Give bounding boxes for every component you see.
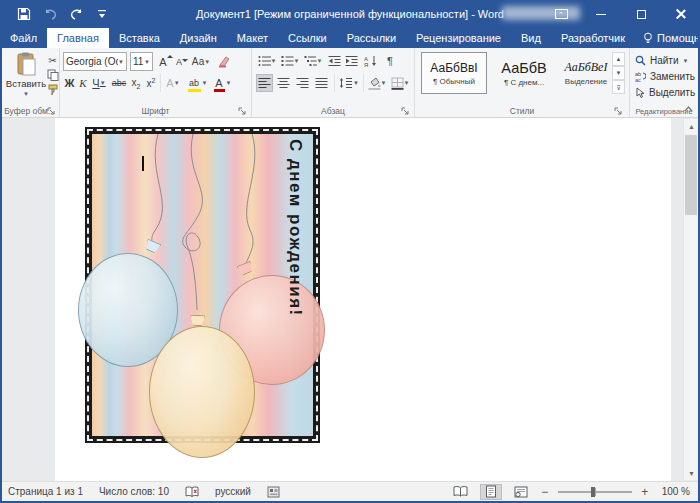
clear-formatting-button[interactable] xyxy=(216,52,232,71)
zoom-slider[interactable] xyxy=(558,491,632,493)
shading-button[interactable]: ▼ xyxy=(366,74,388,92)
underline-button[interactable]: Ч▼ xyxy=(90,74,108,92)
style-emphasis[interactable]: АаБбВеI Выделение xyxy=(559,52,613,94)
zoom-slider-thumb[interactable] xyxy=(591,487,595,497)
styles-scroll-down[interactable]: ▼ xyxy=(612,66,625,80)
proofing-status[interactable] xyxy=(177,486,207,498)
style-birthday-preview: АаБбВ xyxy=(501,60,546,76)
style-birthday[interactable]: АаБбВ ¶ С днем... xyxy=(491,52,557,94)
replace-button[interactable]: abac Заменить xyxy=(635,69,695,84)
document-page[interactable]: С днем рождения! xyxy=(55,118,671,481)
read-mode-button[interactable] xyxy=(450,484,472,500)
strikethrough-button[interactable]: abc xyxy=(110,74,128,92)
copy-button[interactable] xyxy=(45,68,60,82)
tab-file[interactable]: Файл xyxy=(0,28,47,48)
styles-dialog-launcher[interactable] xyxy=(613,106,623,116)
clipboard-group: Вставить ▼ ✂ Буфер обм... xyxy=(0,48,60,118)
numbering-button[interactable]: ▼ xyxy=(279,52,301,70)
change-case-icon: Аа xyxy=(192,56,204,67)
increase-indent-button[interactable] xyxy=(343,52,359,70)
tell-me-label: Помощн xyxy=(657,32,700,44)
align-left-button[interactable] xyxy=(256,74,273,92)
zoom-in-button[interactable]: + xyxy=(640,485,650,499)
tab-mailings[interactable]: Рассылки xyxy=(337,28,406,48)
text-effects-icon: А xyxy=(166,77,173,89)
minimize-button[interactable] xyxy=(590,4,612,24)
svg-text:Я: Я xyxy=(364,62,368,67)
select-button[interactable]: Выделить ▼ xyxy=(635,85,700,100)
macro-recorder[interactable] xyxy=(259,486,288,498)
collapse-ribbon-button[interactable] xyxy=(682,104,694,114)
italic-button[interactable]: К xyxy=(77,74,89,92)
scroll-up-button[interactable]: ▲ xyxy=(684,119,699,133)
vertical-scrollbar[interactable]: ▲ ▼ xyxy=(683,119,698,480)
font-color-button[interactable]: А ▼ xyxy=(211,74,233,92)
customize-qat-button[interactable] xyxy=(94,6,110,22)
tab-home[interactable]: Главная xyxy=(47,28,109,48)
font-size-value: 11 xyxy=(133,56,143,67)
decrease-indent-button[interactable] xyxy=(326,52,342,70)
line-spacing-button[interactable]: ▼ xyxy=(337,74,361,92)
sort-button[interactable]: АЯ xyxy=(362,52,380,70)
print-layout-button[interactable] xyxy=(480,484,502,500)
grow-font-button[interactable]: А xyxy=(156,52,170,71)
svg-text:ac: ac xyxy=(635,77,641,82)
justify-button[interactable] xyxy=(313,74,330,92)
format-painter-button[interactable] xyxy=(45,83,60,97)
bold-icon: Ж xyxy=(65,77,75,89)
status-bar: Страница 1 из 1 Число слов: 10 русский − xyxy=(0,481,700,503)
scrollbar-thumb[interactable] xyxy=(685,135,697,215)
styles-gallery-more[interactable]: ⊽ xyxy=(612,80,625,94)
font-dialog-launcher[interactable] xyxy=(237,106,247,116)
ribbon-display-options-button[interactable]: ⌃ xyxy=(550,4,572,24)
paragraph-dialog-launcher[interactable] xyxy=(400,106,410,116)
language-indicator[interactable]: русский xyxy=(207,486,259,497)
scroll-down-button[interactable]: ▼ xyxy=(684,466,699,480)
zoom-out-button[interactable]: − xyxy=(540,485,550,499)
bold-button[interactable]: Ж xyxy=(63,74,76,92)
tab-review[interactable]: Рецензирование xyxy=(406,28,511,48)
tab-developer[interactable]: Разработчик xyxy=(551,28,635,48)
tab-design[interactable]: Дизайн xyxy=(170,28,227,48)
multilevel-list-button[interactable]: ▼ xyxy=(302,52,324,70)
word-count[interactable]: Число слов: 10 xyxy=(91,486,177,497)
change-case-button[interactable]: Аа▼ xyxy=(190,52,212,71)
borders-button[interactable]: ▼ xyxy=(389,74,411,92)
styles-scroll-up[interactable]: ▲ xyxy=(612,52,625,66)
page-count[interactable]: Страница 1 из 1 xyxy=(0,486,91,497)
style-normal-preview: АаБбВвI xyxy=(430,61,477,75)
find-button[interactable]: Найти ▼ xyxy=(635,53,689,68)
macro-record-icon xyxy=(267,486,280,498)
web-layout-button[interactable] xyxy=(510,484,532,500)
show-marks-button[interactable]: ¶ xyxy=(382,52,398,70)
qat-menu-icon xyxy=(97,9,107,19)
text-effects-button[interactable]: А▼ xyxy=(163,74,183,92)
birthday-card-image[interactable]: С днем рождения! xyxy=(85,127,320,443)
paste-button[interactable]: Вставить ▼ xyxy=(5,52,47,110)
close-button[interactable] xyxy=(670,4,692,24)
tell-me-box[interactable]: Помощн xyxy=(635,28,700,48)
save-button[interactable] xyxy=(16,6,32,22)
chevron-up-icon xyxy=(684,106,693,112)
cut-button[interactable]: ✂ xyxy=(45,53,60,67)
tab-layout[interactable]: Макет xyxy=(227,28,278,48)
subscript-button[interactable]: х2 xyxy=(129,74,143,92)
style-normal[interactable]: АаБбВвI ¶ Обычный xyxy=(421,52,487,94)
undo-button[interactable] xyxy=(42,6,58,22)
font-size-combo[interactable]: 11 ▼ xyxy=(130,52,153,71)
zoom-level[interactable]: 100 % xyxy=(658,486,690,497)
maximize-button[interactable] xyxy=(630,4,652,24)
tab-references[interactable]: Ссылки xyxy=(278,28,337,48)
redo-button[interactable] xyxy=(68,6,84,22)
font-family-combo[interactable]: Georgia (Ос ▼ xyxy=(63,52,127,71)
shrink-font-button[interactable]: А xyxy=(172,52,186,71)
tab-insert[interactable]: Вставка xyxy=(109,28,170,48)
shrink-font-icon: А xyxy=(176,57,182,67)
highlight-color-button[interactable]: ab ▼ xyxy=(185,74,209,92)
align-right-button[interactable] xyxy=(294,74,311,92)
bullets-button[interactable]: ▼ xyxy=(256,52,278,70)
tab-view[interactable]: Вид xyxy=(511,28,551,48)
superscript-button[interactable]: х2 xyxy=(144,74,158,92)
align-center-button[interactable] xyxy=(275,74,292,92)
clipboard-dialog-launcher[interactable] xyxy=(46,106,56,116)
